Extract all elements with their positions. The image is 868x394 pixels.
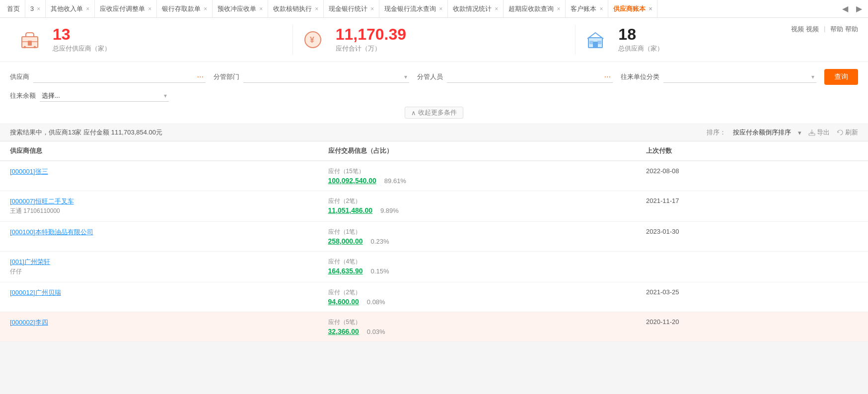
nav-tab[interactable]: 收款情况统计× [448, 0, 504, 18]
dept-label: 分管部门 [214, 72, 239, 81]
col-header-supplier: 供应商信息 [10, 146, 328, 155]
nav-prev-arrow[interactable]: ◀ [838, 0, 852, 18]
nav-tab[interactable]: 供应商账本× [608, 0, 657, 18]
close-tab-icon[interactable]: × [86, 5, 89, 12]
close-tab-icon[interactable]: × [557, 5, 560, 12]
supplier-link[interactable]: [000100]本特勤油品有限公司 [10, 228, 93, 236]
dept-select[interactable] [243, 71, 409, 82]
store-icon [580, 25, 610, 55]
col-header-trans: 应付交易信息（占比） [328, 146, 647, 155]
nav-tab[interactable]: 首页 [2, 0, 25, 18]
help-link[interactable]: 帮助 帮助 [830, 25, 858, 34]
header-actions: 视频 视频 | 帮助 帮助 [791, 25, 858, 34]
trans-label: 应付（1笔） [328, 228, 647, 236]
collapse-button[interactable]: ∧ 收起更多条件 [405, 107, 463, 119]
trans-percent: 0.23% [371, 238, 389, 245]
supplier-cell: [000012]广州贝瑞 [10, 288, 328, 297]
close-tab-icon[interactable]: × [259, 5, 263, 12]
table-row: [000012]广州贝瑞应付（2笔）94,600.000.08%2021-03-… [0, 282, 868, 312]
table-row: [000007]恒旺二手叉车王通 17106110000应付（2笔）11,051… [0, 191, 868, 222]
filter-row-2: 往来余额 选择... ▾ [10, 90, 169, 102]
supplier-link[interactable]: [000002]李四 [10, 319, 48, 326]
filter-category: 往来单位分类 ▾ [621, 71, 816, 83]
result-bar: 搜索结果中，供应商13家 应付金额 111,703,854.00元 排序： 按应… [0, 124, 868, 141]
last-payment-date: 2023-01-30 [646, 228, 858, 235]
supplier-input[interactable] [33, 71, 206, 82]
category-select-wrap: ▾ [663, 71, 816, 83]
supplier-sub-info: 王通 17106110000 [10, 207, 328, 215]
supplier-link[interactable]: [000007]恒旺二手叉车 [10, 197, 74, 205]
stat-info: 11,170.39应付合计（万） [336, 26, 406, 53]
trans-amount-link[interactable]: 11,051,486.00 [328, 206, 373, 214]
balance-select[interactable]: 选择... [40, 90, 169, 101]
category-select[interactable] [663, 71, 816, 82]
stats-header: 13总应付供应商（家） ¥ 11,170.39应付合计（万） 18总供应商（家）… [0, 18, 868, 62]
close-tab-icon[interactable]: × [439, 5, 442, 12]
trans-amount-link[interactable]: 94,600.00 [328, 298, 359, 306]
trans-label: 应付（15笔） [328, 167, 647, 176]
nav-tab[interactable]: 3× [25, 0, 46, 18]
trans-percent: 0.15% [371, 267, 389, 275]
video-link[interactable]: 视频 视频 [791, 25, 819, 34]
nav-next-arrow[interactable]: ▶ [852, 0, 866, 18]
sort-value[interactable]: 按应付余额倒序排序 [733, 128, 791, 137]
nav-tab[interactable]: 其他收入单× [46, 0, 95, 18]
supplier-link[interactable]: [001]广州荣轩 [10, 258, 50, 265]
main-table: 供应商信息 应付交易信息（占比） 上次付数 [000001]张三应付（15笔）1… [0, 141, 868, 342]
person-input[interactable] [447, 71, 613, 82]
nav-tab[interactable]: 客户账本× [566, 0, 608, 18]
balance-select-wrap: 选择... ▾ [40, 90, 169, 102]
nav-tab[interactable]: 收款核销执行× [268, 0, 324, 18]
dept-select-wrap: ▾ [243, 71, 409, 83]
close-tab-icon[interactable]: × [370, 5, 374, 12]
close-tab-icon[interactable]: × [148, 5, 151, 12]
close-tab-icon[interactable]: × [315, 5, 318, 12]
sort-chevron-icon: ▾ [798, 129, 801, 136]
trans-percent: 0.08% [367, 298, 385, 306]
filter-person: 分管人员 ··· [417, 71, 613, 83]
nav-tab[interactable]: 现金银行统计× [324, 0, 379, 18]
nav-tab[interactable]: 超期应收款查询× [504, 0, 566, 18]
stat-label: 总应付供应商（家） [53, 44, 111, 53]
export-button[interactable]: 导出 [808, 128, 830, 137]
balance-label: 往来余额 [10, 91, 36, 100]
person-dots-icon[interactable]: ··· [604, 72, 611, 81]
trans-amount-row: 11,051,486.009.89% [328, 206, 647, 214]
supplier-dots-icon[interactable]: ··· [197, 72, 204, 81]
filter-row-1: 供应商 ··· 分管部门 ▾ 分管人员 ··· [10, 69, 858, 85]
filter-dept: 分管部门 ▾ [214, 71, 409, 83]
supplier-link[interactable]: [000001]张三 [10, 168, 48, 175]
nav-tab[interactable]: 银行存取款单× [157, 0, 213, 18]
nav-tab[interactable]: 预收冲应收单× [213, 0, 268, 18]
person-label: 分管人员 [417, 72, 443, 81]
stat-number: 11,170.39 [336, 26, 406, 42]
refresh-button[interactable]: 刷新 [837, 128, 858, 137]
close-tab-icon[interactable]: × [599, 5, 603, 12]
close-tab-icon[interactable]: × [649, 5, 652, 12]
close-tab-icon[interactable]: × [204, 5, 207, 12]
trans-amount-link[interactable]: 164,635.90 [328, 267, 363, 275]
nav-tab[interactable]: 应收应付调整单× [95, 0, 157, 18]
table-row: [000002]李四应付（5笔）32,366.000.03%2020-11-20 [0, 312, 868, 342]
last-payment-date: 2021-11-17 [646, 197, 858, 204]
query-button[interactable]: 查询 [824, 69, 858, 85]
trans-amount-link[interactable]: 32,366.00 [328, 328, 359, 335]
nav-tab[interactable]: 现金银行流水查询× [379, 0, 448, 18]
filter-balance: 往来余额 选择... ▾ [10, 90, 169, 102]
trans-cell: 应付（2笔）94,600.000.08% [328, 288, 647, 306]
trans-label: 应付（2笔） [328, 197, 647, 205]
trans-cell: 应付（1笔）258,000.000.23% [328, 228, 647, 245]
trans-amount-link[interactable]: 258,000.00 [328, 237, 363, 245]
supplier-cell: [000002]李四 [10, 318, 328, 327]
trans-amount-link[interactable]: 100,092,540.00 [328, 177, 376, 185]
last-payment-date: 2020-11-20 [646, 318, 858, 326]
collapse-label: 收起更多条件 [418, 108, 457, 117]
svg-point-4 [34, 46, 36, 48]
supplier-input-wrap: ··· [33, 71, 206, 83]
trans-label: 应付（4笔） [328, 258, 647, 266]
category-label: 往来单位分类 [621, 72, 659, 81]
stat-block: ¥ 11,170.39应付合计（万） [293, 25, 576, 55]
close-tab-icon[interactable]: × [37, 5, 40, 12]
close-tab-icon[interactable]: × [495, 5, 498, 12]
supplier-link[interactable]: [000012]广州贝瑞 [10, 289, 61, 296]
